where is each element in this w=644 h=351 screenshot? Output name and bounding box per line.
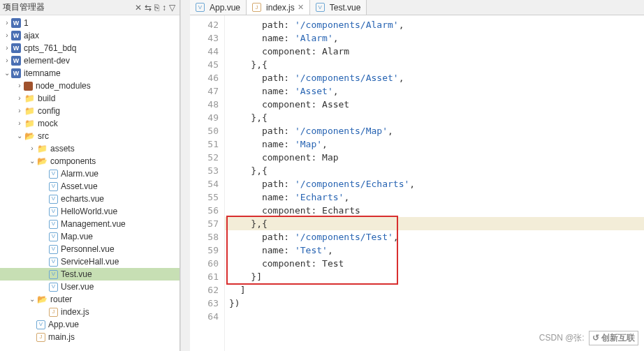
editor-tab[interactable]: VTest.vue bbox=[310, 0, 367, 15]
sidebar-scrollbar[interactable] bbox=[180, 0, 190, 351]
expand-twisty-icon[interactable]: ⌄ bbox=[15, 130, 24, 142]
tab-label: Test.vue bbox=[330, 3, 361, 13]
expand-twisty-icon[interactable]: › bbox=[15, 80, 24, 92]
line-number: 62 bbox=[190, 283, 219, 297]
tree-item-label: Personnel.vue bbox=[60, 243, 115, 255]
tree-item[interactable]: VMap.vue bbox=[0, 230, 180, 243]
expand-twisty-icon[interactable]: › bbox=[15, 92, 24, 105]
tree-item[interactable]: VAlarm.vue bbox=[0, 167, 180, 180]
expand-twisty-icon[interactable]: ⌄ bbox=[28, 293, 36, 306]
code-line[interactable]: component: Test bbox=[225, 257, 644, 270]
code-line[interactable]: ] bbox=[225, 283, 644, 297]
code-line[interactable]: }] bbox=[225, 270, 644, 283]
code-editor[interactable]: 4243444546474849505152535455565758596061… bbox=[190, 15, 644, 351]
editor-tab[interactable]: VApp.vue bbox=[190, 0, 247, 15]
code-line[interactable]: path: '/components/Echarts', bbox=[225, 177, 644, 191]
tree-item[interactable]: VManagement.vue bbox=[0, 218, 180, 230]
line-number: 44 bbox=[190, 45, 219, 58]
project-icon: W bbox=[11, 68, 21, 78]
expand-twisty-icon[interactable]: › bbox=[3, 17, 11, 29]
tree-item[interactable]: ›node_modules bbox=[0, 80, 180, 92]
tree-item[interactable]: ›Wajax bbox=[0, 29, 180, 42]
folder-open-icon: 📂 bbox=[36, 294, 47, 305]
editor-tab[interactable]: Jindex.js✕ bbox=[247, 0, 310, 15]
line-number: 58 bbox=[190, 230, 219, 244]
expand-twisty-icon[interactable]: ⌄ bbox=[3, 67, 11, 80]
line-number: 52 bbox=[190, 151, 219, 164]
expand-twisty-icon[interactable]: › bbox=[15, 117, 24, 130]
code-content[interactable]: path: '/components/Alarm', name: 'Alarm'… bbox=[225, 15, 644, 351]
tab-label: index.js bbox=[266, 3, 295, 13]
line-number: 59 bbox=[190, 244, 219, 257]
code-line[interactable]: },{ bbox=[225, 217, 644, 230]
tree-item-label: build bbox=[37, 92, 55, 105]
code-line[interactable]: },{ bbox=[225, 58, 644, 71]
tree-item[interactable]: ›Wcpts_761_bdq bbox=[0, 42, 180, 54]
tree-item[interactable]: ⌄📂components bbox=[0, 155, 180, 167]
view-menu-icon[interactable]: ▽ bbox=[169, 3, 175, 13]
tree-item[interactable]: ›Welement-dev bbox=[0, 54, 180, 67]
js-file-icon: J bbox=[252, 3, 261, 12]
collapse-all-icon[interactable]: ⎘ bbox=[154, 3, 159, 13]
tab-close-icon[interactable]: ✕ bbox=[298, 3, 304, 12]
tree-item[interactable]: VApp.vue bbox=[0, 318, 180, 331]
code-line[interactable]: name: 'Map', bbox=[225, 137, 644, 151]
code-line[interactable]: component: Alarm bbox=[225, 45, 644, 58]
code-line[interactable]: name: 'Test', bbox=[225, 244, 644, 257]
project-icon: W bbox=[11, 31, 21, 40]
tree-item-label: element-dev bbox=[23, 54, 70, 67]
vue-file-icon: V bbox=[49, 245, 58, 254]
expand-twisty-icon[interactable]: › bbox=[28, 142, 36, 155]
watermark-logo: ↺ 创新互联 bbox=[589, 331, 638, 345]
tree-item[interactable]: ›📁mock bbox=[0, 117, 180, 130]
code-line[interactable]: component: Map bbox=[225, 151, 644, 164]
tree-item[interactable]: ›📁assets bbox=[0, 142, 180, 155]
code-line[interactable]: component: Echarts bbox=[225, 204, 644, 217]
code-line[interactable]: path: '/components/Asset', bbox=[225, 71, 644, 84]
code-line[interactable]: component: Asset bbox=[225, 98, 644, 111]
expand-twisty-icon[interactable]: ⌄ bbox=[28, 155, 36, 167]
code-line[interactable]: path: '/components/Alarm', bbox=[225, 18, 644, 31]
tree-item[interactable]: ›📁build bbox=[0, 92, 180, 105]
tree-item[interactable]: VPersonnel.vue bbox=[0, 243, 180, 255]
code-line[interactable]: path: '/components/Map', bbox=[225, 124, 644, 137]
sort-icon[interactable]: ↕ bbox=[162, 3, 166, 13]
tree-item[interactable]: VUser.vue bbox=[0, 281, 180, 293]
tree-item[interactable]: Vecharts.vue bbox=[0, 193, 180, 205]
tree-item[interactable]: ›📁config bbox=[0, 105, 180, 117]
tree-item[interactable]: Jmain.js bbox=[0, 331, 180, 343]
code-line[interactable]: },{ bbox=[225, 111, 644, 124]
line-number: 42 bbox=[190, 18, 219, 31]
tree-item[interactable]: Jindex.js bbox=[0, 306, 180, 318]
line-number: 48 bbox=[190, 98, 219, 111]
tree-item[interactable]: VTest.vue bbox=[0, 268, 180, 281]
code-line[interactable]: path: '/components/Test', bbox=[225, 230, 644, 244]
code-line[interactable]: name: 'Alarm', bbox=[225, 31, 644, 45]
tree-item[interactable]: VHelloWorld.vue bbox=[0, 205, 180, 218]
tree-item[interactable]: VServiceHall.vue bbox=[0, 255, 180, 268]
expand-twisty-icon[interactable]: › bbox=[3, 42, 11, 54]
folder-icon: 📁 bbox=[24, 93, 35, 104]
tree-item[interactable]: ⌄📂src bbox=[0, 130, 180, 142]
code-line[interactable]: name: 'Asset', bbox=[225, 84, 644, 98]
project-tree[interactable]: ›W1›Wajax›Wcpts_761_bdq›Welement-dev⌄Wit… bbox=[0, 15, 180, 351]
vue-file-icon: V bbox=[316, 3, 325, 12]
expand-twisty-icon[interactable]: › bbox=[3, 29, 11, 42]
tree-item[interactable]: VAsset.vue bbox=[0, 180, 180, 193]
tree-item-label: config bbox=[37, 105, 60, 117]
tree-item[interactable]: ›W1 bbox=[0, 17, 180, 29]
code-line[interactable] bbox=[225, 310, 644, 323]
code-line[interactable]: name: 'Echarts', bbox=[225, 191, 644, 204]
vue-file-icon: V bbox=[49, 182, 58, 191]
code-line[interactable]: }) bbox=[225, 297, 644, 310]
code-line[interactable]: },{ bbox=[225, 164, 644, 177]
vue-file-icon: V bbox=[196, 3, 205, 12]
expand-twisty-icon[interactable]: › bbox=[15, 105, 24, 117]
line-number-gutter: 4243444546474849505152535455565758596061… bbox=[190, 15, 225, 351]
link-editor-icon[interactable]: ⇆ bbox=[145, 3, 152, 13]
expand-twisty-icon[interactable]: › bbox=[3, 54, 11, 67]
close-icon[interactable]: ✕ bbox=[132, 3, 145, 13]
tree-item[interactable]: ⌄📂router bbox=[0, 293, 180, 306]
tree-item[interactable]: ⌄Witemname bbox=[0, 67, 180, 80]
tree-item-label: ajax bbox=[23, 29, 39, 42]
